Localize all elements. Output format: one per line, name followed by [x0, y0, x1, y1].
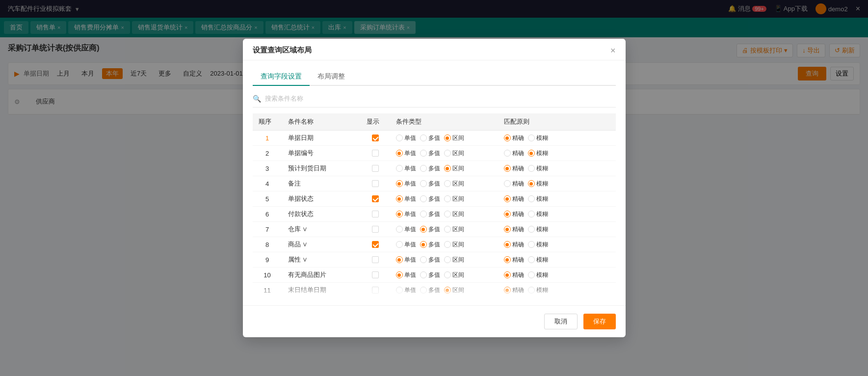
display-checkbox[interactable]	[372, 211, 379, 217]
display-checkbox[interactable]	[372, 180, 379, 187]
row-display-cell	[361, 150, 390, 157]
radio-dot	[396, 180, 403, 187]
type-radio-区间[interactable]: 区间	[444, 286, 464, 295]
row-index: 7	[253, 226, 282, 233]
row-display-cell	[361, 271, 390, 278]
row-rule-cell: 精确模糊	[498, 149, 606, 158]
type-radio-区间[interactable]: 区间	[444, 134, 464, 142]
radio-dot	[528, 241, 535, 248]
type-radio-区间[interactable]: 区间	[444, 180, 464, 188]
rule-radio-模糊[interactable]: 模糊	[528, 180, 548, 188]
rule-radio-模糊[interactable]: 模糊	[528, 271, 548, 279]
type-radio-区间[interactable]: 区间	[444, 164, 464, 173]
type-radio-多值[interactable]: 多值	[420, 225, 440, 234]
rule-radio-精确[interactable]: 精确	[504, 241, 524, 249]
type-radio-多值[interactable]: 多值	[420, 164, 440, 173]
radio-dot	[504, 180, 511, 187]
display-checkbox[interactable]	[372, 256, 379, 263]
tab-layout[interactable]: 布局调整	[310, 68, 353, 86]
type-radio-多值[interactable]: 多值	[420, 195, 440, 203]
cancel-button[interactable]: 取消	[544, 314, 578, 329]
type-radio-多值[interactable]: 多值	[420, 286, 440, 295]
rule-radio-模糊[interactable]: 模糊	[528, 256, 548, 264]
rule-radio-精确[interactable]: 精确	[504, 256, 524, 264]
row-index: 3	[253, 165, 282, 172]
radio-dot	[444, 271, 451, 278]
save-button[interactable]: 保存	[583, 314, 616, 329]
type-radio-单值[interactable]: 单值	[396, 149, 416, 158]
radio-dot	[420, 287, 427, 294]
rule-radio-精确[interactable]: 精确	[504, 225, 524, 234]
modal-overlay[interactable]: 设置查询区域布局 × 查询字段设置 布局调整 🔍	[0, 0, 868, 376]
type-radio-区间[interactable]: 区间	[444, 241, 464, 249]
type-radio-单值[interactable]: 单值	[396, 210, 416, 218]
rule-radio-精确[interactable]: 精确	[504, 286, 524, 295]
type-radio-区间[interactable]: 区间	[444, 149, 464, 158]
display-checkbox[interactable]	[372, 195, 379, 202]
type-radio-区间[interactable]: 区间	[444, 195, 464, 203]
display-checkbox[interactable]	[372, 271, 379, 278]
radio-dot	[528, 134, 535, 141]
type-radio-单值[interactable]: 单值	[396, 271, 416, 279]
type-radio-多值[interactable]: 多值	[420, 210, 440, 218]
type-radio-区间[interactable]: 区间	[444, 210, 464, 218]
rule-radio-精确[interactable]: 精确	[504, 195, 524, 203]
display-checkbox[interactable]	[372, 134, 379, 141]
rule-radio-模糊[interactable]: 模糊	[528, 149, 548, 158]
table-row: 5单据状态单值多值区间精确模糊	[253, 191, 616, 207]
display-checkbox[interactable]	[372, 287, 379, 294]
type-radio-单值[interactable]: 单值	[396, 225, 416, 234]
rule-radio-精确[interactable]: 精确	[504, 149, 524, 158]
display-checkbox[interactable]	[372, 165, 379, 172]
rule-radio-模糊[interactable]: 模糊	[528, 195, 548, 203]
row-name: 付款状态	[282, 210, 361, 218]
type-radio-单值[interactable]: 单值	[396, 195, 416, 203]
type-radio-多值[interactable]: 多值	[420, 180, 440, 188]
type-radio-单值[interactable]: 单值	[396, 164, 416, 173]
rule-radio-精确[interactable]: 精确	[504, 180, 524, 188]
row-display-cell	[361, 195, 390, 202]
radio-dot	[396, 195, 403, 202]
search-input[interactable]	[261, 94, 616, 103]
head-order: 顺序	[253, 117, 282, 126]
rule-radio-模糊[interactable]: 模糊	[528, 241, 548, 249]
modal-close-button[interactable]: ×	[610, 46, 616, 55]
row-type-cell: 单值多值区间	[390, 256, 498, 264]
rule-radio-精确[interactable]: 精确	[504, 164, 524, 173]
radio-dot	[396, 271, 403, 278]
rule-radio-模糊[interactable]: 模糊	[528, 210, 548, 218]
rule-radio-模糊[interactable]: 模糊	[528, 164, 548, 173]
rule-radio-精确[interactable]: 精确	[504, 210, 524, 218]
type-radio-多值[interactable]: 多值	[420, 149, 440, 158]
row-type-cell: 单值多值区间	[390, 149, 498, 158]
radio-dot	[444, 180, 451, 187]
type-radio-区间[interactable]: 区间	[444, 271, 464, 279]
type-radio-多值[interactable]: 多值	[420, 134, 440, 142]
type-radio-单值[interactable]: 单值	[396, 134, 416, 142]
type-radio-多值[interactable]: 多值	[420, 271, 440, 279]
rule-radio-模糊[interactable]: 模糊	[528, 134, 548, 142]
radio-dot	[396, 256, 403, 263]
type-radio-单值[interactable]: 单值	[396, 180, 416, 188]
modal-footer: 取消 保存	[243, 305, 626, 337]
rule-radio-模糊[interactable]: 模糊	[528, 225, 548, 234]
display-checkbox[interactable]	[372, 226, 379, 233]
rule-radio-精确[interactable]: 精确	[504, 271, 524, 279]
type-radio-区间[interactable]: 区间	[444, 225, 464, 234]
type-radio-区间[interactable]: 区间	[444, 256, 464, 264]
modal-title: 设置查询区域布局	[253, 46, 312, 55]
type-radio-单值[interactable]: 单值	[396, 256, 416, 264]
type-radio-多值[interactable]: 多值	[420, 241, 440, 249]
rule-radio-模糊[interactable]: 模糊	[528, 286, 548, 295]
display-checkbox[interactable]	[372, 241, 379, 248]
tab-query-fields[interactable]: 查询字段设置	[253, 68, 310, 86]
type-radio-单值[interactable]: 单值	[396, 241, 416, 249]
type-radio-单值[interactable]: 单值	[396, 286, 416, 295]
type-radio-多值[interactable]: 多值	[420, 256, 440, 264]
head-name: 条件名称	[282, 117, 361, 126]
display-checkbox[interactable]	[372, 150, 379, 157]
rule-radio-精确[interactable]: 精确	[504, 134, 524, 142]
row-rule-cell: 精确模糊	[498, 134, 606, 142]
radio-dot	[504, 271, 511, 278]
modal-dialog: 设置查询区域布局 × 查询字段设置 布局调整 🔍	[243, 39, 626, 337]
